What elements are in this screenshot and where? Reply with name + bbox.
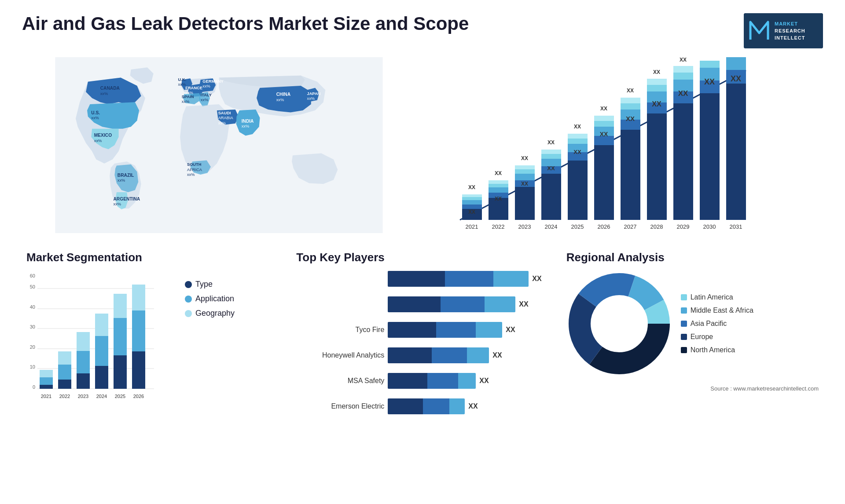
mea-label: Middle East & Africa	[691, 307, 753, 314]
svg-text:xx%: xx%	[276, 98, 284, 102]
svg-rect-56	[515, 165, 535, 169]
geo-dot	[185, 310, 192, 317]
player-bar	[388, 398, 465, 414]
svg-rect-143	[77, 351, 90, 373]
svg-text:ARGENTINA: ARGENTINA	[114, 197, 140, 201]
svg-text:xx%: xx%	[218, 121, 226, 125]
player-bar-container: XX	[388, 322, 548, 338]
svg-text:ITALY: ITALY	[201, 93, 212, 97]
logo-area: MARKET RESEARCH INTELLECT	[744, 13, 823, 48]
player-bar-container: XX	[388, 271, 548, 287]
svg-text:XX: XX	[627, 88, 634, 94]
svg-text:XX: XX	[653, 69, 660, 75]
svg-text:XX: XX	[468, 184, 475, 190]
player-bar	[388, 322, 502, 338]
svg-rect-94	[673, 103, 693, 220]
svg-rect-140	[58, 351, 71, 365]
svg-text:U.K.: U.K.	[178, 77, 186, 82]
seg-legend-geography: Geography	[185, 309, 235, 318]
mea-color	[681, 307, 687, 314]
svg-text:ARABIA: ARABIA	[218, 116, 234, 120]
svg-rect-52	[515, 187, 535, 220]
svg-rect-73	[594, 145, 614, 220]
players-title: Top Key Players	[296, 251, 548, 264]
svg-text:XX: XX	[521, 155, 528, 161]
svg-rect-48	[489, 184, 508, 187]
svg-text:xx%: xx%	[178, 82, 186, 87]
svg-text:XX: XX	[547, 139, 555, 146]
player-name: MSA Safety	[296, 377, 384, 385]
player-bar	[388, 271, 529, 287]
svg-text:2022: 2022	[492, 223, 505, 230]
seg-geo-label: Geography	[195, 309, 235, 318]
svg-rect-104	[700, 61, 720, 68]
segmentation-chart-svg: 0 10 20 30 40 50 60	[26, 271, 167, 407]
svg-rect-138	[58, 380, 71, 389]
svg-text:XX: XX	[626, 115, 635, 122]
svg-rect-106	[726, 84, 746, 220]
europe-color	[681, 334, 687, 340]
app-dot	[185, 296, 192, 303]
player-bar-container: XX	[388, 296, 548, 312]
svg-text:XX: XX	[600, 131, 608, 138]
svg-rect-154	[132, 351, 145, 389]
top-section: CANADA xx% U.S. xx% MEXICO xx% BRAZIL xx…	[22, 57, 823, 251]
svg-text:XX: XX	[573, 149, 581, 155]
player-row: XX	[296, 271, 548, 287]
player-bar	[388, 296, 515, 312]
seg-legend: Type Application Geography	[185, 280, 235, 318]
svg-text:2027: 2027	[624, 223, 637, 230]
svg-text:2030: 2030	[703, 223, 716, 230]
regional-legend-item: Asia Pacific	[681, 320, 753, 328]
svg-text:2026: 2026	[598, 223, 610, 230]
latin-america-color	[681, 294, 687, 300]
seg-legend-type: Type	[185, 280, 235, 289]
svg-rect-40	[462, 200, 482, 205]
svg-text:XX: XX	[547, 165, 555, 172]
svg-rect-42	[462, 194, 482, 197]
segmentation-title: Market Segmentation	[26, 251, 279, 264]
growth-chart: XX 2021 XX 2022 XX	[438, 57, 814, 224]
svg-text:xx%: xx%	[182, 99, 190, 104]
player-xx-label: XX	[492, 351, 502, 359]
svg-text:2031: 2031	[730, 223, 742, 230]
svg-rect-108	[726, 57, 746, 70]
player-xx-label: XX	[468, 402, 478, 410]
svg-text:xx%: xx%	[91, 116, 99, 120]
north-america-label: North America	[691, 346, 735, 354]
svg-rect-59	[541, 174, 561, 220]
svg-text:GERMANY: GERMANY	[202, 79, 224, 84]
svg-text:20: 20	[30, 344, 35, 350]
header: Air and Gas Leak Detectors Market Size a…	[22, 13, 823, 48]
player-bar	[388, 347, 489, 363]
player-name: Tyco Fire	[296, 326, 384, 334]
svg-text:xx%: xx%	[242, 124, 250, 128]
page-container: Air and Gas Leak Detectors Market Size a…	[0, 0, 845, 504]
svg-text:2024: 2024	[96, 394, 107, 399]
svg-text:10: 10	[30, 364, 35, 369]
player-name: Emerson Electric	[296, 402, 384, 410]
svg-text:xx%: xx%	[94, 139, 102, 143]
svg-rect-47	[489, 187, 508, 193]
svg-rect-63	[541, 150, 561, 154]
svg-text:MARKET: MARKET	[775, 21, 798, 26]
player-xx-label: XX	[479, 377, 489, 385]
svg-text:xx%: xx%	[202, 84, 210, 88]
player-row: Emerson Electric XX	[296, 398, 548, 414]
regional-legend-item: Middle East & Africa	[681, 307, 753, 314]
players-bars: XX XX T	[296, 271, 548, 414]
player-bar-container: XX	[388, 373, 548, 389]
svg-text:30: 30	[30, 324, 35, 329]
svg-rect-142	[77, 373, 90, 389]
svg-rect-41	[462, 197, 482, 200]
svg-text:2025: 2025	[115, 394, 125, 399]
svg-text:xx%: xx%	[100, 91, 108, 96]
svg-text:XX: XX	[574, 124, 581, 130]
svg-text:xx%: xx%	[201, 98, 209, 102]
player-xx-label: XX	[506, 326, 515, 334]
players-section: Top Key Players XX	[292, 251, 553, 444]
svg-text:40: 40	[30, 304, 35, 310]
europe-label: Europe	[691, 333, 713, 341]
svg-text:AFRICA: AFRICA	[187, 168, 202, 172]
growth-chart-svg: XX 2021 XX 2022 XX	[438, 57, 768, 242]
